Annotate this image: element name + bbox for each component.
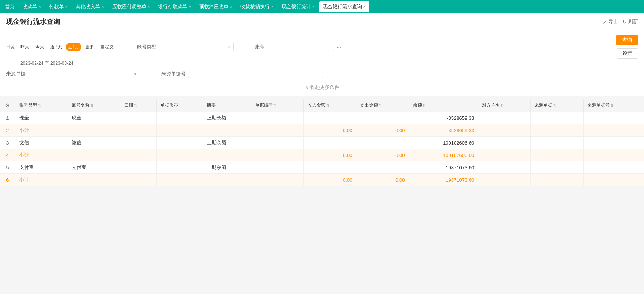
cell-source_doc_no (583, 124, 644, 137)
refresh-icon: ↻ (623, 19, 627, 25)
source-doc-label: 来源单据 (6, 70, 26, 77)
source-doc-no-input[interactable] (188, 70, 323, 78)
query-button[interactable]: 查询 (616, 35, 638, 45)
nav-tab-银行存取款单[interactable]: 银行存取款单× (154, 1, 195, 12)
cell-doc_no (251, 124, 304, 137)
nav-tab-收款单[interactable]: 收款单× (19, 1, 45, 12)
col-header-date[interactable]: 日期⇅ (120, 99, 157, 112)
cell-source_doc (531, 174, 583, 186)
sort-icon: ⇅ (90, 103, 93, 107)
cell-doc_type (157, 137, 203, 149)
col-header-balance[interactable]: 余额⇅ (409, 99, 478, 112)
cell-summary: 上期余额 (203, 137, 251, 149)
close-icon[interactable]: × (230, 5, 232, 9)
col-header-account_name[interactable]: 账号名称⇅ (68, 99, 120, 112)
cell-summary: 上期余额 (203, 161, 251, 174)
tab-label: 银行存取款单 (158, 3, 187, 10)
export-button[interactable]: ↗ 导出 (603, 18, 618, 25)
source-doc-select[interactable]: ∨ (28, 70, 140, 78)
cell-date (120, 174, 157, 186)
cell-account_name (68, 124, 120, 137)
cell-income: 0.00 (304, 124, 356, 137)
cell-counterpart (478, 124, 531, 137)
cell-income (304, 137, 356, 149)
tab-label: 预收冲应收单 (199, 3, 228, 10)
close-icon[interactable]: × (271, 5, 273, 9)
chevron-up-icon: ∧ (305, 85, 309, 90)
top-navigation: 首页 收款单×付款单×其他收入单×应收应付调整单×银行存取款单×预收冲应收单×收… (0, 0, 644, 13)
col-header-source_doc[interactable]: 来源单据⇅ (531, 99, 583, 112)
settings-button[interactable]: 设置 (617, 48, 638, 59)
col-header-income[interactable]: 收入金额⇅ (304, 99, 356, 112)
filter-area: 日期 昨天今天近7天近1月更多自定义 账号类型 ∨ 账号 ··· 查询 设置 2… (0, 30, 644, 96)
cell-account_type: 现金 (15, 112, 68, 124)
col-header-source_doc_no[interactable]: 来源单据号⇅ (583, 99, 644, 112)
nav-tab-预收冲应收单[interactable]: 预收冲应收单× (195, 1, 236, 12)
date-btn-自定义[interactable]: 自定义 (98, 43, 116, 51)
account-dots-button[interactable]: ··· (336, 44, 341, 50)
refresh-button[interactable]: ↻ 刷新 (623, 18, 638, 25)
col-header-doc_type: 单据类型 (157, 99, 203, 112)
cell-idx: 3 (0, 137, 15, 149)
col-header-expense[interactable]: 支出金额⇅ (356, 99, 409, 112)
cell-counterpart (478, 161, 531, 174)
cell-idx: 5 (0, 161, 15, 174)
cell-source_doc (531, 149, 583, 161)
sort-icon: ⇅ (134, 103, 137, 107)
close-icon[interactable]: × (102, 5, 104, 9)
nav-tab-现金银行统计[interactable]: 现金银行统计× (278, 1, 318, 12)
cell-idx: 6 (0, 174, 15, 186)
cell-expense: 0.00 (356, 174, 409, 186)
close-icon[interactable]: × (312, 5, 315, 9)
home-tab[interactable]: 首页 (2, 4, 18, 10)
cell-account_name (68, 149, 120, 161)
cell-counterpart (478, 149, 531, 161)
cell-idx: 1 (0, 112, 15, 124)
close-icon[interactable]: × (189, 5, 191, 9)
sort-icon: ⇅ (274, 103, 277, 107)
close-icon[interactable]: × (148, 5, 150, 9)
cell-balance: 19871073.60 (409, 161, 478, 174)
cell-account_name: 现金 (68, 112, 120, 124)
gear-icon[interactable]: ⚙ (5, 103, 10, 109)
cell-expense (356, 161, 409, 174)
account-input[interactable] (267, 43, 334, 51)
close-icon[interactable]: × (39, 5, 41, 9)
nav-tab-现金银行流水查询[interactable]: 现金银行流水查询× (319, 1, 369, 12)
sort-icon: ⇅ (611, 103, 614, 107)
data-table-container: ⚙账号类型⇅账号名称⇅日期⇅单据类型摘要单据编号⇅收入金额⇅支出金额⇅余额⇅对方… (0, 99, 644, 186)
tab-label: 付款单 (49, 3, 64, 10)
filter-row-2: 来源单据 ∨ 来源单据号 (6, 70, 638, 78)
account-type-select[interactable]: ∨ (159, 43, 234, 51)
cell-income (304, 161, 356, 174)
nav-tab-应收应付调整单[interactable]: 应收应付调整单× (108, 1, 154, 12)
date-btn-近1月[interactable]: 近1月 (66, 43, 82, 51)
cell-source_doc_no (583, 161, 644, 174)
col-header-counterpart[interactable]: 对方户名⇅ (478, 99, 531, 112)
cell-account_name: 支付宝 (68, 161, 120, 174)
date-btn-昨天[interactable]: 昨天 (18, 43, 32, 51)
cell-summary (203, 124, 251, 137)
collapse-bar[interactable]: ∧ 收起更多条件 (6, 82, 638, 91)
sort-icon: ⇅ (501, 103, 504, 107)
close-icon[interactable]: × (65, 5, 68, 9)
close-icon[interactable]: × (363, 5, 366, 9)
cell-source_doc (531, 112, 583, 124)
nav-tab-收款核销执行[interactable]: 收款核销执行× (237, 1, 277, 12)
nav-tab-其他收入单[interactable]: 其他收入单× (72, 1, 108, 12)
cell-doc_type (157, 112, 203, 124)
nav-tab-付款单[interactable]: 付款单× (45, 1, 71, 12)
chevron-down-icon: ∨ (227, 44, 230, 49)
cell-source_doc_no (583, 149, 644, 161)
export-icon: ↗ (603, 19, 607, 25)
date-btn-更多[interactable]: 更多 (83, 43, 96, 51)
date-btn-近7天[interactable]: 近7天 (48, 43, 64, 51)
date-btn-今天[interactable]: 今天 (33, 43, 47, 51)
cell-doc_type (157, 174, 203, 186)
cell-source_doc (531, 137, 583, 149)
cell-summary (203, 149, 251, 161)
cell-income: 0.00 (304, 174, 356, 186)
col-header-doc_no[interactable]: 单据编号⇅ (251, 99, 304, 112)
col-header-account_type[interactable]: 账号类型⇅ (15, 99, 68, 112)
cell-doc_type (157, 149, 203, 161)
